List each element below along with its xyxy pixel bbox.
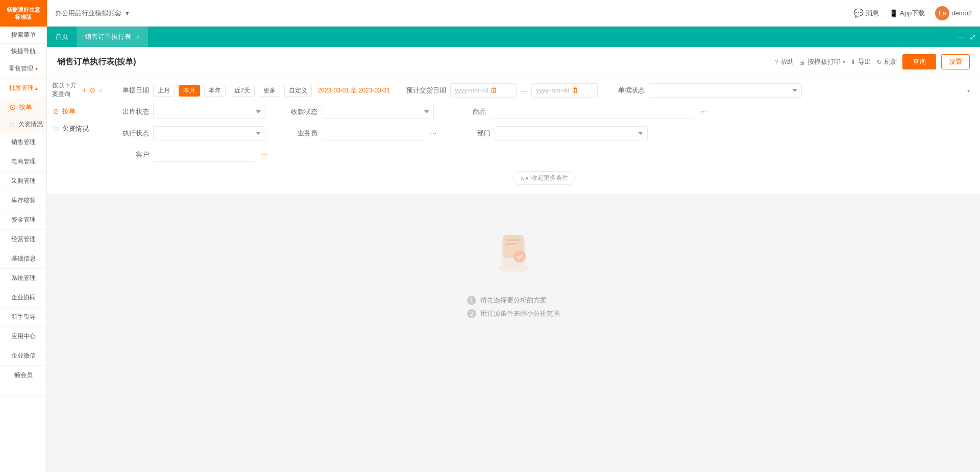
collapse-label: 收起更多条件 bbox=[531, 174, 568, 182]
delivery-status-label: 出库状态 bbox=[118, 107, 149, 116]
goods-more-icon[interactable]: ··· bbox=[698, 107, 709, 116]
export-button[interactable]: ⬇ 导出 bbox=[850, 57, 871, 66]
maximize-icon[interactable]: ⤢ bbox=[969, 32, 976, 42]
customer-more-icon[interactable]: ··· bbox=[259, 150, 270, 159]
sidebar-item-purchase-label: 库存核算 bbox=[11, 197, 36, 204]
sidebar-item-sales-label: 电商管理 bbox=[11, 158, 36, 165]
doc-status-select[interactable] bbox=[649, 83, 802, 98]
left-panel-item-debt[interactable]: ⊙ 欠资情况 bbox=[47, 120, 108, 137]
copy-scheme-icon[interactable]: ⊙ bbox=[89, 86, 95, 94]
expected-date-start[interactable]: yyyy-mm-dd 🗓 bbox=[450, 83, 517, 98]
delivery-status-select[interactable] bbox=[153, 105, 265, 119]
sidebar-item-marketing[interactable]: 销售管理 bbox=[0, 133, 46, 152]
sidebar-search-label[interactable]: 搜索菜单 bbox=[11, 31, 36, 38]
date-btn-this-month[interactable]: 本月 bbox=[179, 85, 200, 97]
sidebar-item-system[interactable]: 企业协同 bbox=[0, 288, 46, 308]
execution-status-select[interactable] bbox=[153, 126, 265, 140]
sidebar-item-sales[interactable]: 电商管理 bbox=[0, 152, 46, 172]
calendar-start-icon[interactable]: 🗓 bbox=[490, 86, 497, 95]
dept-select[interactable] bbox=[495, 126, 648, 140]
sidebar-search-section[interactable]: 搜索菜单 bbox=[0, 27, 46, 44]
page-title: 销售订单执行表(按单) bbox=[57, 57, 136, 67]
user-avatar: Ea bbox=[935, 6, 949, 20]
minimize-icon[interactable]: — bbox=[957, 32, 965, 41]
sidebar-item-wholesale-arrow: ▴ bbox=[35, 85, 38, 91]
expected-date-label: 预计交货日期 bbox=[406, 86, 446, 95]
payment-status-select[interactable] bbox=[322, 105, 434, 119]
sidebar-item-purchase[interactable]: 库存核算 bbox=[0, 191, 46, 210]
salesperson-more-icon[interactable]: ··· bbox=[428, 129, 438, 138]
customer-input[interactable] bbox=[153, 148, 255, 162]
sidebar-item-basic[interactable]: 系统管理 bbox=[0, 269, 46, 288]
date-btn-custom[interactable]: 自定义 bbox=[284, 85, 312, 97]
sidebar-item-basic-label: 系统管理 bbox=[11, 274, 36, 281]
sidebar-quicknav-section[interactable]: 快捷导航 bbox=[0, 44, 46, 59]
message-button[interactable]: 💬 消息 bbox=[853, 8, 879, 18]
collapse-button[interactable]: ∧∧ 收起更多条件 bbox=[513, 171, 575, 185]
salesperson-input[interactable] bbox=[322, 126, 424, 140]
export-label: 导出 bbox=[858, 57, 871, 66]
left-panel-title: 按以下方案查询 bbox=[52, 81, 82, 99]
query-button[interactable]: 查询 bbox=[902, 54, 936, 69]
tab-sales-order[interactable]: 销售订单执行表 × bbox=[77, 27, 148, 47]
date-btn-more[interactable]: 更多 bbox=[259, 85, 280, 97]
print-button[interactable]: 🖨 按模板打印 ▾ bbox=[799, 57, 845, 66]
submenu-item-debt[interactable]: ⊙ 欠资情况 bbox=[0, 116, 46, 133]
sidebar-item-member[interactable] bbox=[0, 385, 46, 396]
header-arrow[interactable]: ▾ bbox=[126, 9, 129, 17]
sidebar-item-operation-label: 基础信息 bbox=[11, 255, 36, 262]
submenu-item-debt-label: 欠资情况 bbox=[18, 120, 43, 129]
app-download-label: App下载 bbox=[900, 9, 925, 18]
empty-state-icon bbox=[488, 225, 539, 286]
sidebar-item-ecommerce[interactable]: 采购管理 bbox=[0, 172, 46, 191]
filter-row-4: 客户 ··· bbox=[118, 148, 970, 162]
svg-rect-3 bbox=[506, 239, 521, 241]
sidebar-nav-label[interactable]: 快捷导航 bbox=[11, 48, 36, 55]
submenu-item-order[interactable]: ⊙ 按单 bbox=[0, 98, 46, 116]
user-profile[interactable]: Ea demo2 bbox=[935, 6, 972, 20]
sidebar-item-inventory[interactable]: 资金管理 bbox=[0, 210, 46, 230]
date-btn-last-month[interactable]: 上月 bbox=[153, 85, 175, 97]
add-scheme-icon[interactable]: + bbox=[82, 86, 86, 94]
delivery-status-group: 出库状态 bbox=[118, 105, 265, 119]
sidebar-item-inventory-label: 资金管理 bbox=[11, 216, 36, 223]
goods-input[interactable] bbox=[490, 105, 694, 119]
tab-close-icon[interactable]: × bbox=[136, 33, 140, 40]
left-panel-icons: + ⊙ « bbox=[82, 86, 103, 94]
top-header-actions: 💬 消息 📱 App下载 Ea demo2 bbox=[853, 6, 972, 20]
settings-button[interactable]: 设置 bbox=[941, 54, 970, 69]
refresh-icon: ↻ bbox=[876, 58, 882, 66]
sidebar-item-guide[interactable]: 应用中心 bbox=[0, 327, 46, 346]
date-btn-this-year[interactable]: 本年 bbox=[204, 85, 226, 97]
empty-step-2: 2 用过滤条件来缩小分析范围 bbox=[467, 309, 560, 318]
left-panel-item-order[interactable]: ⊙ 按单 bbox=[47, 103, 108, 120]
sidebar-item-enterprise[interactable]: 新手引导 bbox=[0, 308, 46, 327]
empty-state: 1 请先选择要分析的方案 2 用过滤条件来缩小分析范围 bbox=[47, 194, 980, 353]
date-separator: — bbox=[521, 87, 527, 95]
tab-home[interactable]: 首页 bbox=[47, 27, 77, 47]
page-title-bar: 销售订单执行表(按单) ? 帮助 🖨 按模板打印 ▾ ⬇ 导出 ↻ 刷新 bbox=[47, 47, 980, 75]
goods-group: 商品 ··· bbox=[455, 105, 970, 119]
collapse-panel-icon[interactable]: « bbox=[99, 86, 103, 94]
date-btn-last7[interactable]: 近7天 bbox=[230, 85, 255, 97]
filter-main: 按以下方案查询 + ⊙ « ⊙ 按单 ⊙ 欠资情况 bbox=[47, 75, 980, 194]
sidebar-item-finance-label: 经营管理 bbox=[11, 235, 36, 243]
debt-icon: ⊙ bbox=[53, 125, 59, 133]
expected-date-end[interactable]: yyyy-mm-dd 🗓 bbox=[531, 83, 598, 98]
sidebar-item-wholesale[interactable]: 批发管理 ▴ bbox=[0, 79, 46, 98]
app-download-button[interactable]: 📱 App下载 bbox=[889, 9, 925, 18]
sidebar-item-wechat[interactable]: 畅会员 bbox=[0, 366, 46, 385]
refresh-button[interactable]: ↻ 刷新 bbox=[876, 57, 897, 66]
sidebar-item-retail[interactable]: 零售管理 ▾ bbox=[0, 59, 46, 79]
sidebar-item-finance[interactable]: 经营管理 bbox=[0, 230, 46, 249]
step-2-number: 2 bbox=[467, 309, 476, 318]
calendar-end-icon[interactable]: 🗓 bbox=[571, 86, 578, 95]
empty-step-1: 1 请先选择要分析的方案 bbox=[467, 296, 560, 305]
sidebar-item-appstore[interactable]: 企业微信 bbox=[0, 346, 46, 366]
doc-status-filter-group: 单据状态 ▾ bbox=[614, 83, 970, 98]
dept-group: 部门 bbox=[460, 126, 970, 140]
sidebar-item-operation[interactable]: 基础信息 bbox=[0, 249, 46, 269]
help-button[interactable]: ? 帮助 bbox=[775, 57, 794, 66]
filter-panel: 单据日期 上月 本月 本年 近7天 更多 自定义 2023-03-01 至 20… bbox=[108, 75, 980, 194]
collapse-bar: ∧∧ 收起更多条件 bbox=[118, 169, 970, 190]
